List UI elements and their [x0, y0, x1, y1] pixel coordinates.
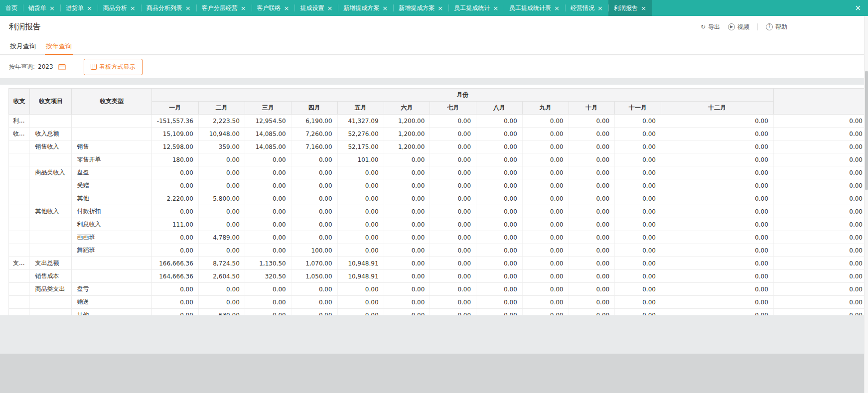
- year-filter-value[interactable]: 2023: [38, 63, 53, 70]
- cell-value: 359.00: [198, 140, 245, 153]
- tab-11[interactable]: 员工提成统计×: [448, 0, 504, 16]
- tab-close-icon[interactable]: ×: [241, 5, 246, 11]
- cell-value: 180.00: [151, 153, 198, 166]
- tab-6[interactable]: 客户分层经营×: [196, 0, 252, 16]
- cell-value: 0.00: [661, 192, 773, 205]
- tab-13[interactable]: 经营情况×: [565, 0, 608, 16]
- header-month-group: 月份: [151, 89, 773, 102]
- video-icon: ▶: [728, 23, 735, 30]
- cell-value-cut: 0.00: [773, 166, 868, 179]
- tab-close-icon[interactable]: ×: [641, 5, 646, 11]
- cell-value: 0.00: [569, 179, 615, 192]
- cell-item: [30, 153, 72, 166]
- cell-group: [9, 205, 30, 218]
- cell-value: 6,190.00: [291, 115, 337, 128]
- tab-close-icon[interactable]: ×: [382, 5, 388, 11]
- cell-value: 0.00: [384, 218, 430, 231]
- vertical-scrollbar-thumb[interactable]: [865, 71, 868, 190]
- calendar-icon[interactable]: [58, 63, 66, 70]
- tab-close-icon[interactable]: ×: [327, 5, 332, 11]
- cell-value-cut: 0.00: [773, 192, 868, 205]
- cell-value: 0.00: [522, 153, 569, 166]
- cell-value-cut: 0.00: [773, 115, 868, 128]
- cell-value-cut: 0.00: [773, 153, 868, 166]
- tab-9[interactable]: 新增提成方案×: [338, 0, 393, 16]
- help-button[interactable]: ?帮助: [766, 23, 787, 31]
- tab-close-icon[interactable]: ×: [493, 5, 498, 11]
- table-row: 收...收入总额15,109.0010,948.0014,085.007,260…: [9, 128, 868, 140]
- tab-close-icon[interactable]: ×: [597, 5, 603, 11]
- cell-item: [30, 244, 72, 257]
- tab-3[interactable]: 进货单×: [60, 0, 98, 16]
- cell-group: [9, 231, 30, 244]
- tab-4[interactable]: 商品分析×: [98, 0, 141, 16]
- cell-value: 0.00: [661, 218, 773, 231]
- cell-value: 0.00: [615, 270, 661, 283]
- cell-value: 0.00: [151, 296, 198, 309]
- tab-12[interactable]: 员工提成统计表×: [504, 0, 565, 16]
- board-view-button[interactable]: 看板方式显示: [84, 59, 143, 75]
- cell-value: 0.00: [384, 296, 430, 309]
- tab-label: 销货单: [28, 4, 46, 12]
- tab-close-icon[interactable]: ×: [130, 5, 136, 11]
- cell-value: 0.00: [661, 257, 773, 270]
- tab-14[interactable]: 利润报告×: [608, 0, 652, 16]
- cell-value: 0.00: [522, 192, 569, 205]
- cell-value: 0.00: [151, 283, 198, 296]
- table-row: 支...支出总额166,666.368,724.501,130.501,070.…: [9, 257, 868, 270]
- tab-close-icon[interactable]: ×: [284, 5, 289, 11]
- cell-value: 0.00: [384, 153, 430, 166]
- tab-close-icon[interactable]: ×: [49, 5, 55, 11]
- cell-value-cut: 0.00: [773, 244, 868, 257]
- tab-monthly-query[interactable]: 按月查询: [9, 38, 37, 54]
- cell-group: [9, 179, 30, 192]
- tab-close-icon[interactable]: ×: [437, 5, 443, 11]
- tab-close-icon[interactable]: ×: [185, 5, 191, 11]
- cell-value: 0.00: [337, 218, 384, 231]
- cell-value: 0.00: [615, 128, 661, 140]
- cell-item: [30, 296, 72, 309]
- cell-type: [72, 128, 151, 140]
- tab-yearly-query[interactable]: 按年查询: [45, 38, 73, 54]
- cell-value: 0.00: [198, 283, 245, 296]
- cell-value: 7,160.00: [291, 140, 337, 153]
- tab-list: 首页销货单×进货单×商品分析×商品分析列表×客户分层经营×客户联络×提成设置×新…: [0, 0, 848, 16]
- video-button[interactable]: ▶视频: [728, 23, 749, 31]
- tab-10[interactable]: 新增提成方案×: [393, 0, 448, 16]
- cell-group: [9, 270, 30, 283]
- close-all-tabs-icon[interactable]: ×: [848, 0, 868, 16]
- table-row: 受赠0.000.000.000.000.000.000.000.000.000.…: [9, 179, 868, 192]
- header-type: 收支类型: [72, 89, 151, 115]
- export-button[interactable]: ↻导出: [701, 23, 720, 31]
- cell-value: 0.00: [151, 244, 198, 257]
- cell-value: 0.00: [198, 296, 245, 309]
- tab-label: 经营情况: [571, 4, 594, 12]
- cell-value: 14,085.00: [245, 128, 291, 140]
- cell-value: 52,276.00: [337, 128, 384, 140]
- tab-7[interactable]: 客户联络×: [252, 0, 295, 16]
- tab-5[interactable]: 商品分析列表×: [141, 0, 196, 16]
- cell-value: 0.00: [522, 296, 569, 309]
- cell-value: 0.00: [522, 205, 569, 218]
- cell-value: 10,948.91: [337, 270, 384, 283]
- cell-value: 0.00: [615, 231, 661, 244]
- cell-value-cut: 0.00: [773, 140, 868, 153]
- cell-value: 0.00: [291, 296, 337, 309]
- tab-1[interactable]: 首页: [0, 0, 23, 16]
- tab-8[interactable]: 提成设置×: [294, 0, 338, 16]
- cell-group: [9, 309, 30, 316]
- month-header: 十二月: [661, 102, 773, 115]
- tab-2[interactable]: 销货单×: [23, 0, 60, 16]
- cell-value: 0.00: [245, 205, 291, 218]
- cell-type: 盘盈: [72, 166, 151, 179]
- month-header: 八月: [476, 102, 523, 115]
- cell-value: 52,175.00: [337, 140, 384, 153]
- tab-close-icon[interactable]: ×: [554, 5, 560, 11]
- cell-item: [30, 192, 72, 205]
- cell-value: 0.00: [198, 166, 245, 179]
- month-header: 一月: [151, 102, 198, 115]
- tab-close-icon[interactable]: ×: [87, 5, 92, 11]
- cell-value: 0.00: [245, 166, 291, 179]
- cell-value-cut: 0.00: [773, 218, 868, 231]
- vertical-scrollbar[interactable]: [864, 16, 868, 393]
